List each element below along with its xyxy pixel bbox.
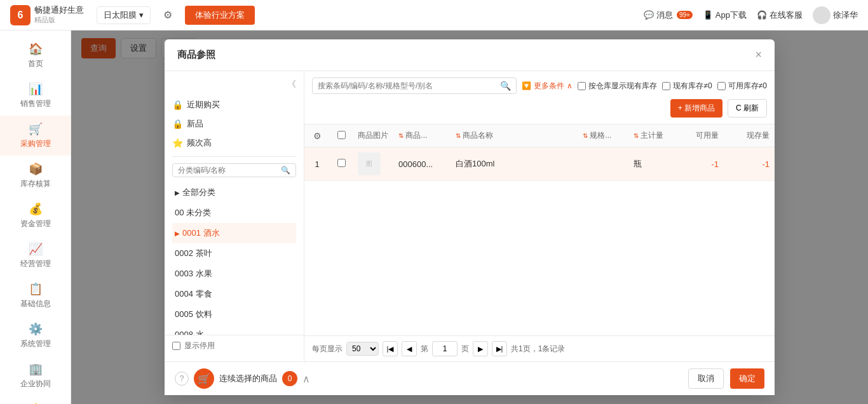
sidebar-item-label: 经营管理	[20, 259, 51, 269]
sidebar-item-basic-info[interactable]: 📋 基础信息	[0, 276, 71, 316]
cat-0001[interactable]: ▶ 0001 酒水	[172, 223, 296, 243]
col-header-check	[330, 125, 353, 147]
page-size-select[interactable]: 50 10 20 100	[346, 342, 379, 356]
modal-close-button[interactable]: ×	[755, 48, 762, 62]
cancel-button[interactable]: 取消	[688, 368, 724, 389]
inventory-icon: 📦	[29, 162, 43, 176]
sidebar-item-inventory[interactable]: 📦 库存核算	[0, 156, 71, 196]
user-avatar	[813, 6, 831, 24]
recent-buy-icon: 🔒	[172, 100, 183, 110]
collapse-left-button[interactable]: 《	[287, 79, 296, 90]
cell-check	[330, 147, 353, 181]
sidebar-item-purchase[interactable]: 🛒 采购管理	[0, 116, 71, 156]
col-header-spec[interactable]: ⇅ 规格...	[578, 125, 628, 147]
trial-button[interactable]: 体验行业方案	[185, 6, 255, 25]
add-product-button[interactable]: + 新增商品	[670, 99, 722, 118]
nav-messages[interactable]: 💬 消息 99+	[644, 10, 693, 21]
sidebar-item-label: 企业协同	[20, 379, 51, 389]
cell-img: 图	[353, 147, 393, 181]
check-available-label[interactable]: 可用库存≠0	[717, 81, 767, 91]
show-disabled-checkbox[interactable]	[172, 342, 180, 350]
nav-selector-label: 日太阳膜	[104, 10, 137, 21]
cat-0003[interactable]: 0003 水果	[172, 264, 296, 284]
check-available-checkbox[interactable]	[717, 82, 726, 90]
cat-0005[interactable]: 0005 饮料	[172, 304, 296, 325]
product-reference-modal: 商品参照 × 《 🔒 近期购买	[165, 39, 775, 395]
col-header-unit[interactable]: ⇅ 主计量	[628, 125, 673, 147]
product-search-box: 🔍	[312, 77, 517, 94]
sidebar-item-sales[interactable]: 📊 销售管理	[0, 76, 71, 116]
sidebar-item-finance[interactable]: 💰 资金管理	[0, 196, 71, 236]
cat-0002[interactable]: 0002 茶叶	[172, 243, 296, 264]
nav-app-download[interactable]: 📱 App下载	[703, 10, 747, 21]
category-search-input[interactable]	[178, 166, 278, 175]
cat-all[interactable]: ▶ 全部分类	[172, 182, 296, 203]
page-number-input[interactable]	[432, 341, 458, 356]
prev-page-button[interactable]: ◀	[402, 341, 417, 356]
basic-info-icon: 📋	[29, 282, 43, 296]
check-existing-checkbox[interactable]	[662, 82, 670, 90]
check-existing-label[interactable]: 现有库存≠0	[662, 81, 712, 91]
new-items-item[interactable]: 🔒 新品	[172, 114, 296, 133]
sort-icon: ⇅	[398, 132, 403, 139]
cart-label: 连续选择的商品	[219, 373, 277, 384]
message-icon: 💬	[644, 10, 654, 20]
left-panel: 《 🔒 近期购买 🔒 新品 ⭐	[165, 71, 304, 361]
refresh-button[interactable]: C 刷新	[728, 99, 767, 118]
col-header-stock[interactable]: 现存量	[724, 125, 775, 147]
check-warehouse-label[interactable]: 按仓库显示现有库存	[578, 81, 657, 91]
col-header-code[interactable]: ⇅ 商品...	[393, 125, 451, 147]
home-icon: 🏠	[29, 42, 43, 56]
next-page-button[interactable]: ▶	[473, 341, 488, 356]
cell-spec	[578, 147, 628, 181]
sidebar-item-enterprise[interactable]: 🏢 企业协同	[0, 356, 71, 396]
cart-count: 0	[282, 371, 297, 386]
last-page-button[interactable]: ▶|	[492, 341, 507, 356]
sidebar-item-label: 资金管理	[20, 219, 51, 229]
sidebar-item-label: 采购管理	[20, 138, 51, 149]
cat-0008[interactable]: 0008 水	[172, 325, 296, 335]
sidebar: 🏠 首页 📊 销售管理 🛒 采购管理 📦 库存核算 💰 资金管理 📈 经营管理 …	[0, 30, 71, 404]
filter-button[interactable]: 🔽 更多条件 ∧	[522, 81, 573, 91]
category-tree: ▶ 全部分类 00 未分类 ▶ 0001 酒水 0002 茶	[165, 180, 304, 335]
sidebar-item-home[interactable]: 🏠 首页	[0, 36, 71, 76]
sidebar-item-operations[interactable]: 📈 经营管理	[0, 236, 71, 276]
main-layout: 🏠 首页 📊 销售管理 🛒 采购管理 📦 库存核算 💰 资金管理 📈 经营管理 …	[0, 30, 868, 404]
confirm-button[interactable]: 确定	[730, 368, 764, 389]
select-all-checkbox[interactable]	[337, 131, 346, 139]
headset-icon: 🎧	[757, 10, 767, 20]
col-header-available[interactable]: 可用量	[673, 125, 724, 147]
row-checkbox[interactable]	[337, 159, 346, 167]
col-header-gear[interactable]: ⚙	[304, 125, 330, 147]
cell-code: 000600...	[393, 147, 451, 181]
first-page-button[interactable]: |◀	[383, 341, 398, 356]
sidebar-item-label: 基础信息	[20, 299, 51, 309]
high-freq-item[interactable]: ⭐ 频次高	[172, 133, 296, 152]
product-search-input[interactable]	[318, 81, 500, 90]
toolbar-right: + 新增商品 C 刷新	[670, 99, 767, 118]
cat-0004[interactable]: 0004 零食	[172, 284, 296, 304]
logo-icon: 6	[10, 5, 31, 25]
expand-arrow-icon: ▶	[175, 189, 180, 196]
cat-00[interactable]: 00 未分类	[172, 203, 296, 223]
sidebar-item-label: 销售管理	[20, 98, 51, 109]
help-icon[interactable]: ?	[175, 372, 189, 386]
nav-service[interactable]: 🎧 在线客服	[757, 10, 803, 21]
nav-selector[interactable]: 日太阳膜 ▾	[97, 6, 151, 24]
nav-user[interactable]: 徐泽华	[813, 6, 858, 24]
sidebar-item-guide[interactable]: 🌟 新手引导	[0, 396, 71, 404]
content-area: 查询 设置 刷新 商品参照 × 《	[71, 30, 868, 404]
operations-icon: 📈	[29, 242, 43, 256]
sort-icon: ⇅	[456, 132, 461, 139]
recent-buy-item[interactable]: 🔒 近期购买	[172, 95, 296, 114]
gear-button[interactable]: ⚙	[158, 6, 177, 25]
sidebar-item-system[interactable]: ⚙️ 系统管理	[0, 316, 71, 356]
collapse-footer-button[interactable]: ∧	[302, 373, 310, 385]
modal-footer: ? 🛒 连续选择的商品 0 ∧ 取消 确定	[165, 361, 775, 395]
col-header-name[interactable]: ⇅ 商品名称	[451, 125, 578, 147]
cart-icon[interactable]: 🛒	[194, 368, 214, 389]
filter-arrow-icon: ∧	[567, 81, 573, 90]
sidebar-item-label: 首页	[28, 58, 43, 69]
check-warehouse-checkbox[interactable]	[578, 82, 586, 90]
table-row[interactable]: 1 图 000600... 白酒100ml	[304, 147, 775, 181]
